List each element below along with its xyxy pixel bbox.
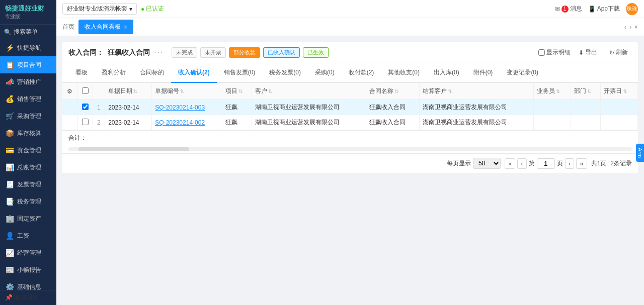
sidebar-item-general-ledger[interactable]: 📊 总账管理	[0, 159, 56, 176]
cell-bill-no[interactable]: SQ-20230214-002	[152, 115, 222, 130]
cell-bill-date: 2023-02-14	[105, 100, 152, 115]
tab-nav-close[interactable]: ×	[634, 24, 638, 31]
sidebar-item-mini-report[interactable]: 📰 小畅报告	[0, 261, 56, 278]
last-page-button[interactable]: »	[576, 158, 587, 169]
active-tab[interactable]: 收入合同看板 ×	[78, 20, 133, 34]
col-bill-date-end[interactable]: 开票日 ⇅	[601, 83, 638, 100]
sidebar-item-label: 项目合同	[17, 61, 41, 69]
sidebar-logo: 畅捷通好业财 专业版	[0, 0, 56, 25]
sidebar-item-funds[interactable]: 💳 资金管理	[0, 142, 56, 159]
tab-tax-invoice[interactable]: 税务发票(0)	[262, 63, 308, 83]
download-icon: 📱	[588, 6, 596, 13]
bill-no-link[interactable]: SQ-20230214-002	[155, 119, 205, 126]
col-bill-no[interactable]: 单据编号 ⇅	[152, 83, 222, 100]
col-settings[interactable]: ⚙	[62, 83, 77, 100]
row-checkbox-cell[interactable]	[77, 115, 93, 130]
tab-contract-std[interactable]: 合同标的	[133, 63, 171, 83]
select-all-checkbox[interactable]	[82, 87, 89, 94]
show-detail-checkbox[interactable]	[538, 49, 545, 56]
col-bill-date[interactable]: 单据日期 ⇅	[105, 83, 152, 100]
certified-badge: ● 已认证	[141, 5, 164, 13]
row-actions	[62, 100, 77, 115]
refresh-button[interactable]: ↻ 刷新	[605, 47, 632, 58]
sidebar-item-basic-info[interactable]: ⚙️ 基础信息	[0, 278, 56, 290]
sidebar-item-inventory[interactable]: 📦 库存核算	[0, 125, 56, 142]
status-tag-not-billed[interactable]: 未开票	[200, 47, 226, 58]
tab-nav-prev[interactable]: ‹	[624, 24, 626, 31]
next-page-button[interactable]: ›	[565, 158, 574, 169]
tab-nav-next[interactable]: ›	[629, 24, 631, 31]
sidebar-item-invoice[interactable]: 🧾 发票管理	[0, 176, 56, 193]
table-row[interactable]: 1 2023-02-14 SQ-20230214-003 狂飙 湖南卫视商业运营…	[62, 100, 638, 115]
sidebar-search[interactable]: 🔍 搜索菜单	[0, 25, 56, 39]
user-avatar: 珠珠	[626, 3, 638, 15]
sidebar: 畅捷通好业财 专业版 🔍 搜索菜单 ⚡ 快捷导航 📋 项目合同 📣 营销推广 💰…	[0, 0, 56, 305]
current-page-input[interactable]	[537, 158, 555, 169]
tab-other-income[interactable]: 其他收支(0)	[381, 63, 427, 83]
tab-change-log[interactable]: 变更记录(0)	[500, 63, 545, 83]
tab-purchase[interactable]: 采购(0)	[308, 63, 342, 83]
row-checkbox-cell[interactable]	[77, 100, 93, 115]
search-icon: 🔍	[4, 29, 12, 36]
right-float-panel[interactable]: Arm	[636, 143, 644, 161]
sidebar-item-sales[interactable]: 💰 销售管理	[0, 90, 56, 108]
tab-close-icon[interactable]: ×	[124, 24, 127, 31]
col-customer[interactable]: 客户 ⇅	[252, 83, 366, 100]
tab-attachments[interactable]: 附件(0)	[466, 63, 500, 83]
message-button[interactable]: ✉ 1 消息	[555, 5, 582, 13]
sidebar-item-fixed-assets[interactable]: 🏢 固定资产	[0, 210, 56, 227]
home-breadcrumb[interactable]: 首页	[62, 23, 74, 31]
fixed-assets-icon: 🏢	[5, 214, 14, 223]
more-options-button[interactable]: ···	[154, 48, 164, 57]
user-avatar-button[interactable]: 珠珠	[626, 3, 638, 15]
sidebar-item-label: 工资	[17, 232, 29, 240]
bill-no-link[interactable]: SQ-20230214-003	[155, 104, 205, 111]
row-checkbox[interactable]	[82, 104, 89, 110]
status-tag-not-done[interactable]: 未完成	[172, 47, 197, 58]
col-department[interactable]: 部门 ⇅	[571, 83, 601, 100]
table-row[interactable]: 2 2023-02-14 SQ-20230214-002 狂飙 湖南卫视商业运营…	[62, 115, 638, 130]
sidebar-item-label: 税务管理	[17, 197, 41, 206]
row-checkbox[interactable]	[82, 119, 89, 125]
horizontal-scrollbar[interactable]	[68, 147, 632, 151]
col-project[interactable]: 项目 ⇅	[222, 83, 252, 100]
sidebar-item-marketing[interactable]: 📣 营销推广	[0, 73, 56, 90]
status-tag-active[interactable]: 已生效	[303, 47, 329, 58]
company-selector[interactable]: 好业财专业版演示帐套 ▾	[62, 3, 137, 15]
sidebar-item-labor[interactable]: 👤 工资	[0, 227, 56, 244]
prev-page-button[interactable]: ‹	[517, 158, 526, 169]
tab-income-confirm[interactable]: 收入确认(2)	[171, 63, 217, 83]
cell-salesperson	[534, 115, 571, 130]
show-detail-checkbox-label[interactable]: 显示明细	[538, 47, 571, 58]
sidebar-bottom-pin[interactable]: 📌 取消固定	[0, 290, 56, 305]
sidebar-item-tax[interactable]: 📑 税务管理	[0, 193, 56, 210]
sidebar-item-quick-nav[interactable]: ⚡ 快捷导航	[0, 39, 56, 56]
tab-kanban[interactable]: 看板	[68, 63, 95, 83]
sidebar-item-label: 采购管理	[17, 112, 41, 121]
page-size-select[interactable]: 20 50 100	[473, 158, 501, 169]
tax-icon: 📑	[5, 197, 14, 206]
export-button[interactable]: ⬇ 导出	[575, 47, 601, 58]
sidebar-item-operations[interactable]: 📈 经营管理	[0, 244, 56, 261]
tab-sales-invoice[interactable]: 销售发票(0)	[217, 63, 263, 83]
sidebar-item-project-contract[interactable]: 📋 项目合同	[0, 56, 56, 73]
col-row-num	[93, 83, 105, 100]
tab-payment[interactable]: 收付款(2)	[342, 63, 381, 83]
tabs-bar: 首页 收入合同看板 × ‹ › ×	[56, 18, 644, 36]
cell-bill-no[interactable]: SQ-20230214-003	[152, 100, 222, 115]
message-icon: ✉	[555, 6, 560, 13]
status-tag-partial[interactable]: 部分收款	[229, 47, 260, 58]
col-salesperson[interactable]: 业务员 ⇅	[534, 83, 571, 100]
app-download-button[interactable]: 📱 App下载	[588, 5, 620, 13]
table-header-row: ⚙ 单据日期 ⇅ 单据编号	[62, 83, 638, 100]
status-tag-confirmed[interactable]: 已收入确认	[263, 47, 300, 58]
col-result-customer[interactable]: 结算客户 ⇅	[420, 83, 534, 100]
first-page-button[interactable]: «	[505, 158, 515, 169]
marketing-icon: 📣	[5, 77, 14, 86]
tab-profit[interactable]: 盈利分析	[95, 63, 133, 83]
tab-inout-warehouse[interactable]: 出入库(0)	[427, 63, 466, 83]
company-name: 好业财专业版演示帐套	[67, 5, 127, 13]
col-contract-name[interactable]: 合同名称 ⇅	[366, 83, 419, 100]
cell-contract-name: 狂飙收入合同	[366, 100, 419, 115]
sidebar-item-purchase[interactable]: 🛒 采购管理	[0, 108, 56, 125]
